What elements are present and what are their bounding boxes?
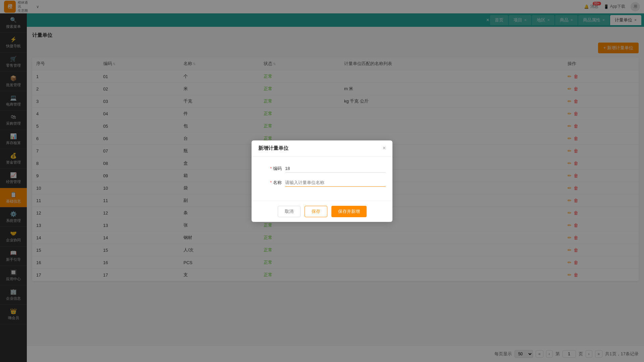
code-input[interactable]	[285, 165, 386, 173]
modal-header: 新增计量单位 ×	[252, 140, 392, 157]
save-and-new-btn[interactable]: 保存并新增	[331, 206, 367, 217]
modal-footer: 取消 保存 保存并新增	[252, 201, 392, 222]
name-form-row: 名称	[258, 179, 386, 187]
name-label: 名称	[258, 180, 282, 186]
code-label: 编码	[258, 166, 282, 172]
modal-close-btn[interactable]: ×	[383, 145, 386, 151]
name-input[interactable]	[285, 179, 386, 187]
save-btn[interactable]: 保存	[305, 206, 327, 217]
add-unit-modal: 新增计量单位 × 编码 名称 取消 保存 保存并新增	[252, 140, 392, 222]
modal-body: 编码 名称	[252, 157, 392, 201]
modal-title: 新增计量单位	[258, 145, 288, 152]
code-form-row: 编码	[258, 165, 386, 173]
modal-overlay: 新增计量单位 × 编码 名称 取消 保存 保存并新增	[0, 0, 644, 362]
cancel-btn[interactable]: 取消	[278, 206, 301, 217]
